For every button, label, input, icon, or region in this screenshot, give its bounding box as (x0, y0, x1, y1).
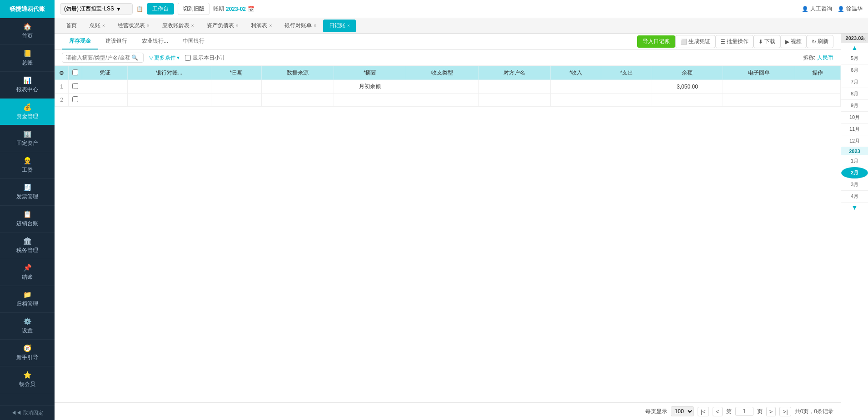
tab-general-ledger-label: 总账 (90, 22, 100, 30)
sidebar-item-finance-label: 资金管理 (16, 113, 38, 120)
sub-tab-ccb[interactable]: 建设银行 (98, 34, 135, 49)
download-button[interactable]: ⬇ 下载 (753, 35, 780, 48)
tab-operation-status-close[interactable]: × (147, 23, 150, 28)
date-month-10[interactable]: 10月 (841, 112, 868, 124)
date-month-7[interactable]: 7月 (841, 76, 868, 88)
sidebar-item-salary-label: 工资 (22, 166, 33, 174)
sidebar-item-purchase-sales[interactable]: 📋 进销台账 (0, 206, 55, 232)
date-month-4[interactable]: 4月 (841, 191, 868, 203)
sidebar-item-archive[interactable]: 📁 归档管理 (0, 286, 55, 313)
sidebar-item-member[interactable]: ⭐ 畅会员 (0, 366, 55, 393)
settings-icon: ⚙️ (23, 317, 32, 326)
col-checkbox[interactable] (69, 66, 82, 80)
date-month-2[interactable]: 2月 (841, 167, 868, 179)
tab-general-ledger-close[interactable]: × (102, 23, 105, 28)
date-month-8[interactable]: 8月 (841, 88, 868, 100)
tab-ar-aging[interactable]: 应收账龄表 × (156, 20, 200, 32)
search-icon[interactable]: 🔍 (131, 54, 138, 61)
sub-tab-cash[interactable]: 库存现金 (62, 34, 98, 49)
year-2023-label[interactable]: 2023 (841, 147, 868, 155)
sidebar-item-finance[interactable]: 💰 资金管理 (0, 99, 55, 125)
page-label-post: 页 (757, 408, 763, 415)
tab-general-ledger[interactable]: 总账 × (84, 20, 111, 32)
date-scroll-down-btn[interactable]: ▼ (841, 203, 868, 212)
assets-icon: 🏢 (23, 130, 32, 138)
tab-bank-statement[interactable]: 银行对账单 × (279, 20, 322, 32)
page-size-select[interactable]: 100 50 200 (671, 406, 694, 416)
row2-type (406, 94, 479, 107)
tab-profit-close[interactable]: × (269, 23, 272, 28)
sidebar-item-closeaccount[interactable]: 📌 结账 (0, 259, 55, 286)
sidebar-item-home[interactable]: 🏠 首页 (0, 18, 55, 45)
tab-balance-sheet[interactable]: 资产负债表 × (201, 20, 244, 32)
date-month-12[interactable]: 12月 (841, 135, 868, 147)
sidebar-item-settings[interactable]: ⚙️ 设置 (0, 313, 55, 340)
unpin-btn[interactable]: ◀◀ 取消固定 (0, 405, 55, 420)
date-month-9[interactable]: 9月 (841, 100, 868, 112)
copy-icon[interactable]: 📋 (136, 6, 143, 12)
guide-icon: 🧭 (23, 344, 32, 352)
workspace-button[interactable]: 工作台 (147, 3, 174, 15)
sub-tab-boc[interactable]: 中国银行 (175, 34, 212, 49)
col-counterpart: 对方户名 (478, 66, 550, 80)
support-icon: 👤 (802, 6, 808, 12)
col-settings[interactable]: ⚙ (55, 66, 69, 80)
sidebar-item-purchase-sales-label: 进销台账 (16, 220, 38, 227)
row1-checkbox[interactable] (69, 80, 82, 94)
tab-balance-sheet-close[interactable]: × (236, 23, 239, 28)
page-label-pre: 第 (726, 408, 732, 415)
page-number-input[interactable] (735, 407, 753, 416)
last-page-btn[interactable]: >| (779, 407, 791, 416)
tab-ar-aging-close[interactable]: × (191, 23, 194, 28)
date-month-1[interactable]: 1月 (841, 155, 868, 167)
video-icon: ▶ (785, 39, 789, 45)
batch-op-button[interactable]: ☰ 批量操作 (715, 35, 753, 48)
date-panel-close-btn[interactable]: × (863, 35, 866, 43)
date-panel: 2023.02 × ▲ 5月 6月 7月 8月 9月 10月 (841, 34, 868, 420)
show-daily-checkbox[interactable] (185, 55, 191, 61)
select-all-checkbox[interactable] (72, 69, 78, 75)
import-journal-button[interactable]: 导入日记账 (637, 35, 675, 48)
show-daily-checkbox-wrap[interactable]: 显示本日小计 (185, 54, 225, 62)
refresh-button[interactable]: ↻ 刷新 (807, 35, 833, 48)
sidebar-item-salary[interactable]: 👷 工资 (0, 152, 55, 179)
tab-home[interactable]: 首页 (60, 20, 83, 32)
sidebar-item-reports[interactable]: 📊 报表中心 (0, 72, 55, 99)
tab-operation-status[interactable]: 经营状况表 × (112, 20, 155, 32)
tab-profit[interactable]: 利润表 × (245, 20, 278, 32)
sidebar-item-ledger[interactable]: 📒 总账 (0, 45, 55, 72)
user-area[interactable]: 👤 徐温华 (838, 5, 863, 13)
support-area[interactable]: 👤 人工咨询 (802, 5, 832, 13)
page-size-label: 每页显示 (645, 408, 667, 415)
tab-bank-statement-close[interactable]: × (314, 23, 316, 28)
calendar-icon[interactable]: 📅 (248, 6, 254, 12)
sidebar-item-guide[interactable]: 🧭 新手引导 (0, 340, 55, 366)
more-filter-label: 更多条件 (154, 54, 176, 62)
tab-journal-close[interactable]: × (347, 23, 350, 28)
video-button[interactable]: ▶ 视频 (780, 35, 807, 48)
switch-button[interactable]: 切到旧版 (178, 3, 210, 15)
more-filter-btn[interactable]: ▽ 更多条件 ▾ (149, 54, 180, 62)
tab-balance-sheet-label: 资产负债表 (207, 22, 234, 30)
date-month-3[interactable]: 3月 (841, 179, 868, 191)
tab-journal[interactable]: 日记账 × (323, 20, 356, 32)
sidebar-item-assets[interactable]: 🏢 固定资产 (0, 125, 55, 152)
generate-voucher-button[interactable]: ⬜ 生成凭证 (675, 35, 715, 48)
sidebar-item-tax[interactable]: 🏛️ 税务管理 (0, 232, 55, 259)
sub-tab-abc[interactable]: 农业银行... (135, 34, 175, 49)
date-scroll-up-btn[interactable]: ▲ (841, 43, 868, 53)
search-input[interactable] (66, 54, 130, 61)
tab-bar: 首页 总账 × 经营状况表 × 应收账龄表 × 资产负债表 × 利润表 × 银行… (55, 18, 868, 34)
prev-page-btn[interactable]: < (713, 407, 723, 416)
sidebar-item-invoice[interactable]: 🧾 发票管理 (0, 179, 55, 206)
date-month-6[interactable]: 6月 (841, 64, 868, 76)
sidebar-item-invoice-label: 发票管理 (16, 193, 38, 201)
row2-checkbox[interactable] (69, 94, 82, 107)
batch-op-label: 批量操作 (727, 38, 748, 45)
next-page-btn[interactable]: > (766, 407, 776, 416)
first-page-btn[interactable]: |< (698, 407, 709, 416)
date-month-11[interactable]: 11月 (841, 124, 868, 135)
sub-tabbar: 库存现金 建设银行 农业银行... 中国银行 导入日记账 ⬜ 生成凭证 (55, 34, 841, 50)
date-month-5[interactable]: 5月 (841, 53, 868, 64)
company-selector[interactable]: (勿册) 江西担宝-LSS ▼ (60, 3, 133, 15)
